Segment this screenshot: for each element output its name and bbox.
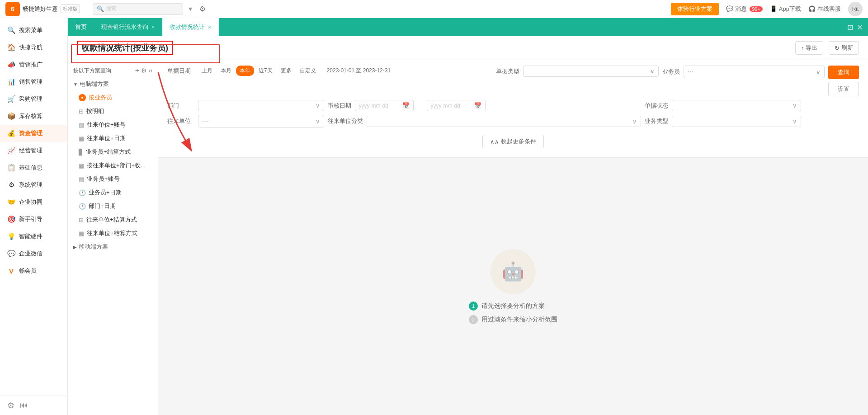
review-date-start[interactable]: yyyy-mm-dd 📅: [355, 100, 414, 111]
sidebar-collapse-icon[interactable]: ⏮: [20, 401, 28, 410]
avatar[interactable]: Rit: [848, 2, 863, 16]
cc-select-arrow: ∨: [632, 118, 637, 125]
sidebar-item-finance[interactable]: 💰 资金管理: [0, 125, 67, 142]
scheme-by-detail[interactable]: ⊞ 按明细: [73, 104, 158, 118]
date-tab-this-year[interactable]: 本年: [236, 66, 254, 76]
tab-bank-flow[interactable]: 现金银行流水查询 ✕: [94, 18, 162, 36]
query-btn-group: 查询 设置: [828, 66, 859, 96]
salesperson-select[interactable]: ··· ∨: [684, 66, 825, 78]
sidebar-item-marketing[interactable]: 📣 营销推广: [0, 56, 67, 73]
scheme-by-counterpart-dept[interactable]: ▦ 按往来单位+部门+收...: [73, 159, 158, 172]
tab-home-label: 首页: [75, 23, 87, 31]
scheme-counterpart-date[interactable]: ▦ 往来单位+日期: [73, 132, 158, 145]
sales-icon: 📊: [7, 78, 15, 86]
dept-select[interactable]: ∨: [198, 100, 324, 111]
sidebar-item-operations[interactable]: 📈 经营管理: [0, 142, 67, 159]
dropdown-icon[interactable]: ▾: [189, 5, 192, 13]
filter-settings-btn[interactable]: 设置: [828, 82, 859, 96]
sidebar-item-system[interactable]: ⚙ 系统管理: [0, 176, 67, 193]
export-btn[interactable]: ↑ 导出: [795, 41, 824, 55]
mobile-section-header[interactable]: ▶ 移动端方案: [68, 240, 158, 254]
step-2-num: 2: [469, 315, 478, 324]
review-date-label: 审核日期: [328, 102, 351, 110]
sidebar-item-basic[interactable]: 📋 基础信息: [0, 159, 67, 176]
scheme-salesperson-settlement[interactable]: ▊ 业务员+结算方式: [73, 145, 158, 159]
side-panel-header: 按以下方案查询 + ⚙ «: [68, 64, 158, 77]
doc-status-select[interactable]: ∨: [672, 100, 802, 111]
collapse-filter-btn[interactable]: ∧∧ 收起更多条件: [482, 135, 544, 148]
sidebar-item-shortcut[interactable]: 🏠 快捷导航: [0, 39, 67, 56]
scheme-counterpart-settlement2-label: 往来单位+结算方式: [87, 229, 137, 237]
doc-type-select[interactable]: ∨: [523, 66, 659, 77]
sa-icon: ▦: [79, 176, 84, 183]
desktop-section-header[interactable]: ▼ 电脑端方案: [68, 77, 158, 91]
calendar-start-icon[interactable]: 📅: [402, 102, 410, 109]
date-tab-this-month[interactable]: 本月: [217, 66, 235, 76]
inventory-icon: 📦: [7, 112, 15, 120]
global-settings-icon[interactable]: ⚙: [199, 5, 206, 13]
scheme-counterpart-settlement1[interactable]: ⊞ 往来单位+结算方式: [73, 213, 158, 226]
tab-receipt-stats[interactable]: 收款情况统计 ✕: [162, 18, 219, 36]
side-panel-actions: + ⚙ «: [135, 66, 152, 75]
sidebar-item-inventory[interactable]: 📦 库存核算: [0, 108, 67, 125]
scheme-salesperson-account-label: 业务员+账号: [87, 175, 120, 183]
scheme-counterpart-account[interactable]: ▦ 往来单位+账号: [73, 118, 158, 132]
add-scheme-icon[interactable]: +: [135, 66, 139, 75]
panel-collapse-icon[interactable]: «: [149, 67, 152, 74]
sidebar-item-enterprise[interactable]: 🤝 企业协同: [0, 193, 67, 211]
sidebar-item-purchase[interactable]: 🛒 采购管理: [0, 90, 67, 108]
online-service-item[interactable]: 🎧 在线客服: [808, 5, 841, 13]
search-bar-icon: 🔍: [97, 5, 104, 12]
scheme-dept-date-label: 部门+日期: [89, 202, 116, 210]
date-tab-last-month[interactable]: 上月: [198, 66, 216, 76]
tab-bank-flow-close[interactable]: ✕: [151, 24, 155, 30]
scheme-by-salesperson[interactable]: ● 按业务员: [73, 91, 158, 104]
marketing-icon: 📣: [7, 61, 15, 69]
tab-home[interactable]: 首页: [68, 18, 94, 36]
biz-type-filter: 业务类型 ∨: [645, 116, 802, 127]
counterpart-select[interactable]: ··· ∨: [198, 115, 324, 127]
refresh-btn[interactable]: ↻ 刷新: [829, 41, 859, 55]
sidebar-item-wechat[interactable]: 💬 企业微信: [0, 245, 67, 262]
date-tab-custom[interactable]: 自定义: [296, 66, 320, 76]
scheme-dept-date[interactable]: 🕐 部门+日期: [73, 199, 158, 213]
app-download-label: App下载: [779, 5, 801, 13]
counterpart-label: 往来单位: [167, 117, 194, 125]
sidebar-label-guide: 新手引导: [19, 215, 42, 223]
dept-select-arrow: ∨: [316, 102, 320, 109]
search-icon: 🔍: [7, 26, 15, 34]
search-bar[interactable]: 🔍 搜索: [93, 3, 183, 15]
sidebar-label-smart: 智能硬件: [19, 232, 42, 241]
scheme-salesperson-account[interactable]: ▦ 业务员+账号: [73, 172, 158, 186]
sidebar-item-smart[interactable]: 💡 智能硬件: [0, 228, 67, 245]
sidebar-item-guide[interactable]: 🎯 新手引导: [0, 211, 67, 228]
sd-icon: 🕐: [79, 189, 86, 196]
tab-maximize-icon[interactable]: ⊡: [847, 23, 853, 32]
export-label: 导出: [806, 44, 817, 52]
tab-close-all-icon[interactable]: ✕: [857, 23, 863, 32]
query-btn[interactable]: 查询: [828, 66, 859, 79]
sidebar-label-wechat: 企业微信: [19, 250, 42, 258]
sidebar-settings-icon[interactable]: ⚙: [7, 401, 14, 410]
review-date-end[interactable]: yyyy-mm-dd 📅: [427, 100, 486, 111]
messages-item[interactable]: 💬 消息 99+: [726, 5, 763, 13]
scheme-salesperson-date[interactable]: 🕐 业务员+日期: [73, 186, 158, 199]
mobile-arrow-icon: ▶: [73, 245, 77, 250]
tab-receipt-stats-close[interactable]: ✕: [208, 24, 212, 30]
app-download-item[interactable]: 📱 App下载: [770, 5, 801, 13]
salesperson-label: 业务员: [662, 68, 680, 76]
date-tab-7days[interactable]: 近7天: [255, 66, 276, 76]
filter-panel: 单据日期 上月 本月 本年 近7天 更多 自定义 2023-01-01 至 20…: [158, 60, 868, 158]
sidebar-item-sales[interactable]: 📊 销售管理: [0, 73, 67, 90]
enterprise-icon: 🤝: [7, 198, 15, 206]
sidebar-label-system: 系统管理: [19, 181, 42, 189]
sidebar-item-member[interactable]: V 畅会员: [0, 262, 67, 279]
counterpart-category-select[interactable]: ∨: [367, 116, 641, 127]
sidebar-item-search[interactable]: 🔍 搜索菜单: [0, 22, 67, 39]
date-tab-more[interactable]: 更多: [277, 66, 295, 76]
calendar-end-icon[interactable]: 📅: [474, 102, 481, 109]
biz-type-select[interactable]: ∨: [672, 116, 802, 127]
scheme-settings-icon[interactable]: ⚙: [141, 67, 147, 74]
scheme-counterpart-settlement2[interactable]: ▦ 往来单位+结算方式: [73, 226, 158, 240]
trial-btn[interactable]: 体验行业方案: [671, 3, 719, 15]
